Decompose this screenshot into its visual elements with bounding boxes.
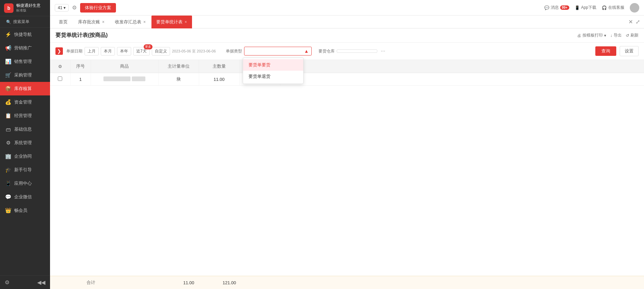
nav-label-purchase: 采购管理 bbox=[14, 72, 32, 78]
search-menu[interactable]: 🔍 搜索菜单 bbox=[0, 16, 50, 28]
nav-label-system: 系统管理 bbox=[14, 140, 32, 146]
th-qty: 主数量 bbox=[199, 60, 239, 73]
footer-amount: 121.00 bbox=[223, 280, 236, 285]
sidebar-item-operation[interactable]: 📋 经营管理 bbox=[0, 109, 50, 123]
nav-label-quick: 快捷导航 bbox=[14, 31, 32, 38]
main-area: 41 ▾ ⚙ 体验行业方案 💬 消息 99+ 📱 App下载 🎧 在线客服 bbox=[50, 0, 644, 289]
sidebar-item-sales[interactable]: 📊 销售管理 bbox=[0, 55, 50, 68]
tab-recv-summary-close[interactable]: × bbox=[143, 20, 146, 24]
tab-recv-summary-label: 收发存汇总表 bbox=[115, 19, 141, 25]
refresh-label: 刷新 bbox=[630, 32, 639, 38]
filter-bar: ❯ 单据日期 上月 本月 本年 近7天 更多 自定义 2023-05-06 至 … bbox=[50, 43, 644, 60]
close-all-tabs-icon[interactable]: ✕ bbox=[628, 19, 633, 25]
sidebar-item-finance[interactable]: 💰 资金管理 bbox=[0, 95, 50, 109]
search-icon: 🔍 bbox=[6, 20, 11, 24]
member-icon: 👑 bbox=[5, 207, 11, 214]
sidebar-item-marketing[interactable]: 📢 营销推广 bbox=[0, 41, 50, 55]
sidebar-item-system[interactable]: ⚙ 系统管理 bbox=[0, 136, 50, 150]
data-table: ⚙ 序号 商品 主计量单位 主数量 零售金额 1 块 11.00 bbox=[50, 60, 644, 86]
filter-more-icon[interactable]: ··· bbox=[381, 48, 385, 54]
sidebar-nav: ⚡ 快捷导航 📢 营销推广 📊 销售管理 🛒 采购管理 📦 库存核算 💰 资金管… bbox=[0, 28, 50, 275]
type-select-arrow: ▲ bbox=[304, 48, 309, 54]
collapse-sidebar-icon[interactable]: ◀◀ bbox=[37, 279, 45, 286]
cell-qty: 11.00 bbox=[199, 73, 239, 86]
tab-inventory-batch[interactable]: 库存批次账 × bbox=[73, 16, 110, 28]
print-label: 按模板打印 bbox=[582, 32, 603, 38]
sidebar-item-wechat[interactable]: 💬 企业微信 bbox=[0, 190, 50, 204]
tab-inventory-batch-label: 库存批次账 bbox=[78, 19, 100, 25]
nav-label-sales: 销售管理 bbox=[14, 59, 32, 65]
th-extra bbox=[280, 60, 644, 73]
nav-label-wechat: 企业微信 bbox=[14, 194, 32, 200]
sidebar-item-inventory[interactable]: 📦 库存核算 bbox=[0, 82, 50, 95]
type-filter-group: 单据类型 ▲ 要货单要货 要货单退货 bbox=[226, 47, 312, 55]
sidebar-item-apps[interactable]: 📱 应用中心 bbox=[0, 177, 50, 190]
company-selector[interactable]: 41 ▾ bbox=[55, 4, 69, 12]
print-dropdown-icon: ▾ bbox=[604, 33, 606, 38]
messages-icon: 💬 bbox=[544, 5, 549, 10]
dropdown-item-order-goods[interactable]: 要货单要货 bbox=[243, 59, 303, 71]
date-this-month[interactable]: 本月 bbox=[101, 47, 115, 55]
tab-home-label: 首页 bbox=[59, 19, 68, 25]
wechat-icon: 💬 bbox=[5, 194, 11, 200]
expand-tabs-icon[interactable]: ⤢ bbox=[636, 19, 640, 25]
topbar-settings-icon[interactable]: ⚙ bbox=[72, 4, 77, 11]
sidebar-item-guide[interactable]: 🎓 新手引导 bbox=[0, 163, 50, 177]
export-icon: ↓ bbox=[610, 33, 612, 38]
topbar: 41 ▾ ⚙ 体验行业方案 💬 消息 99+ 📱 App下载 🎧 在线客服 bbox=[50, 0, 644, 16]
date-range-text: 2023-05-06 至 2023-06-06 bbox=[172, 49, 216, 54]
sidebar-item-purchase[interactable]: 🛒 采购管理 bbox=[0, 68, 50, 82]
tab-order-stats-close[interactable]: × bbox=[185, 20, 187, 24]
date-this-year[interactable]: 本年 bbox=[117, 47, 131, 55]
date-filter-group: 单据日期 上月 本月 本年 近7天 更多 自定义 2023-05-06 至 20… bbox=[66, 47, 216, 55]
settings-bottom-icon[interactable]: ⚙ bbox=[5, 279, 9, 286]
settings-button[interactable]: 设置 bbox=[620, 46, 639, 56]
tab-home[interactable]: 首页 bbox=[54, 16, 73, 28]
warehouse-input[interactable] bbox=[337, 49, 377, 53]
query-button[interactable]: 查询 bbox=[595, 46, 616, 56]
sidebar-item-enterprise[interactable]: 🏢 企业协同 bbox=[0, 150, 50, 163]
export-label: 导出 bbox=[614, 32, 622, 38]
sidebar-item-basic[interactable]: 🗃 基础信息 bbox=[0, 123, 50, 136]
nav-label-enterprise: 企业协同 bbox=[14, 153, 32, 159]
type-select[interactable]: ▲ bbox=[244, 47, 312, 55]
page-title: 要货单统计表(按商品) bbox=[55, 32, 108, 39]
tab-recv-summary[interactable]: 收发存汇总表 × bbox=[110, 16, 151, 28]
tab-order-stats[interactable]: 要货单统计表 × bbox=[151, 16, 192, 28]
sidebar-logo: b 畅捷通好生意 标准版 bbox=[0, 0, 50, 16]
data-table-container: ⚙ 序号 商品 主计量单位 主数量 零售金额 1 块 11.00 bbox=[50, 60, 644, 276]
apps-icon: 📱 bbox=[5, 180, 11, 187]
th-settings[interactable]: ⚙ bbox=[50, 60, 70, 73]
sidebar-item-member[interactable]: 👑 畅会员 bbox=[0, 204, 50, 217]
inventory-icon: 📦 bbox=[5, 85, 11, 92]
table-row[interactable]: 1 块 11.00 121.00 bbox=[50, 73, 644, 86]
export-action[interactable]: ↓ 导出 bbox=[610, 32, 622, 38]
filter-expand-button[interactable]: ❯ bbox=[55, 47, 63, 55]
footer-label: 合计 bbox=[82, 280, 95, 286]
th-product: 商品 bbox=[91, 60, 158, 73]
online-service-label: 在线客服 bbox=[608, 5, 624, 10]
dropdown-item-order-return[interactable]: 要货单退货 bbox=[243, 71, 303, 82]
column-settings-icon[interactable]: ⚙ bbox=[58, 64, 62, 69]
sidebar-item-quick[interactable]: ⚡ 快捷导航 bbox=[0, 28, 50, 41]
cell-checkbox[interactable] bbox=[50, 73, 70, 86]
user-avatar[interactable] bbox=[630, 3, 639, 13]
tab-inventory-batch-close[interactable]: × bbox=[102, 20, 104, 24]
online-service-item[interactable]: 🎧 在线客服 bbox=[602, 5, 624, 10]
row-checkbox[interactable] bbox=[58, 76, 62, 81]
marketing-icon: 📢 bbox=[5, 45, 11, 51]
system-icon: ⚙ bbox=[5, 139, 11, 146]
date-custom[interactable]: 自定义 bbox=[152, 47, 170, 55]
app-download-item[interactable]: 📱 App下载 bbox=[575, 5, 596, 10]
nav-label-member: 畅会员 bbox=[14, 207, 27, 214]
cell-extra bbox=[280, 73, 644, 86]
headset-icon: 🎧 bbox=[602, 5, 607, 10]
sales-icon: 📊 bbox=[5, 58, 11, 65]
refresh-action[interactable]: ↺ 刷新 bbox=[626, 32, 639, 38]
date-last-month[interactable]: 上月 bbox=[85, 47, 99, 55]
tab-bar: 首页 库存批次账 × 收发存汇总表 × 要货单统计表 × ✕ ⤢ bbox=[50, 16, 644, 28]
messages-item[interactable]: 💬 消息 99+ bbox=[544, 5, 569, 10]
trial-button[interactable]: 体验行业方案 bbox=[80, 3, 116, 13]
print-action[interactable]: 🖨 按模板打印 ▾ bbox=[577, 32, 606, 38]
page-actions: 🖨 按模板打印 ▾ ↓ 导出 ↺ 刷新 bbox=[577, 32, 639, 38]
